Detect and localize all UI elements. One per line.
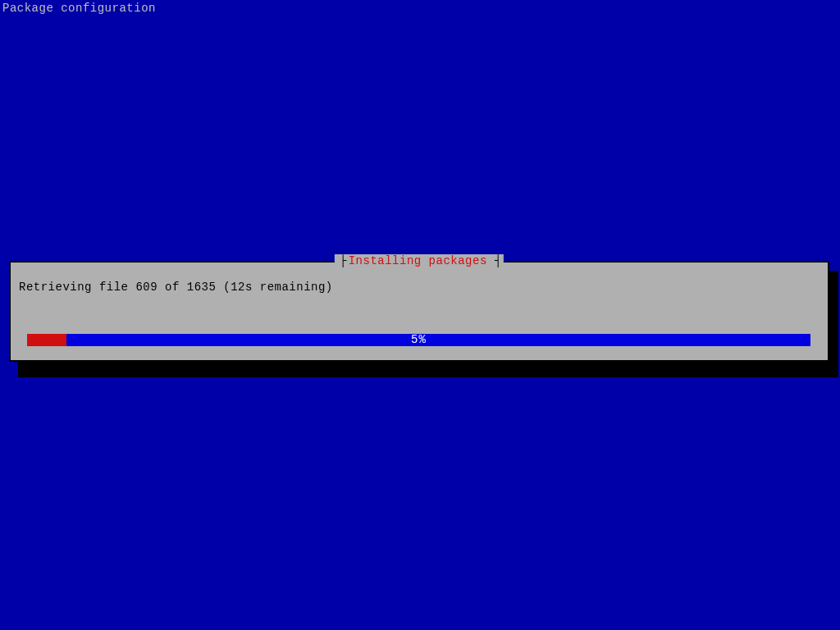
dialog-title: Installing packages: [335, 254, 504, 267]
page-title: Package configuration: [0, 0, 840, 16]
dialog-title-text: Installing packages: [349, 254, 487, 267]
progress-label: 5%: [27, 334, 810, 346]
install-dialog: Installing packages Retrieving file 609 …: [9, 261, 829, 362]
status-text: Retrieving file 609 of 1635 (12s remaini…: [19, 281, 333, 294]
progress-bar: 5%: [27, 334, 810, 346]
